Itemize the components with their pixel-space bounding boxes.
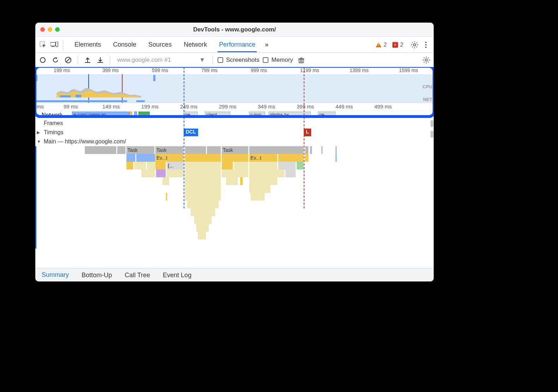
recording-selector[interactable]: www.google.com #1 ▼ [115,57,207,64]
network-track: ▶ Network e.com/ (www.go... ge... client… [35,111,434,119]
upload-profile-icon[interactable] [83,55,92,65]
load-badge[interactable]: L [304,129,311,136]
flame-task[interactable]: Task [155,146,184,154]
detail-ruler[interactable]: ms 99 ms 149 ms 199 ms 249 ms 299 ms 349… [35,103,434,111]
record-button[interactable] [38,55,47,65]
warnings-count: 2 [384,42,387,48]
disclosure-triangle-icon[interactable]: ▶ [37,130,42,135]
network-request[interactable] [129,112,132,118]
tab-console[interactable]: Console [112,37,138,52]
flame-evaluate[interactable]: Ev...t [155,154,184,162]
svg-line-10 [416,47,417,47]
clear-button[interactable] [64,55,73,65]
timeline-overview[interactable]: CPU NET [35,74,434,103]
memory-checkbox[interactable]: Memory [263,57,293,64]
network-request[interactable]: ghpba (w... [268,112,311,118]
network-request[interactable]: ge... [318,112,336,118]
kebab-menu-icon[interactable] [421,40,431,50]
scrollbar-thumb[interactable] [431,120,433,127]
capture-settings-icon[interactable] [422,55,431,65]
dcl-vertical-line [184,67,184,208]
flame-chart[interactable]: Task Task Task Ev...t [35,146,434,249]
disclosure-triangle-icon[interactable]: ▶ [35,112,40,117]
error-icon: × [392,42,398,48]
tab-elements[interactable]: Elements [73,37,102,52]
chevron-down-icon: ▼ [199,57,205,64]
network-track-label: Network [42,112,63,118]
overview-handle-left[interactable] [35,75,37,81]
svg-line-25 [428,58,429,58]
flame-task[interactable]: Task [222,146,249,154]
dcl-badge[interactable]: DCL [184,129,198,136]
overview-cpu-label: CPU [423,84,432,89]
recording-name: www.google.com #1 [117,57,171,64]
divider [110,56,110,64]
main-tab-bar: Elements Console Sources Network Perform… [35,37,434,53]
errors-indicator[interactable]: × 2 [392,42,403,48]
divider [78,56,78,64]
network-request[interactable]: client... [205,112,230,118]
garbage-collect-icon[interactable] [297,55,306,65]
tab-network[interactable]: Network [182,37,208,52]
device-toolbar-icon[interactable] [49,40,59,50]
tab-event-log[interactable]: Event Log [161,269,193,281]
tab-performance[interactable]: Performance [218,37,257,52]
tab-summary[interactable]: Summary [40,268,70,282]
svg-rect-2 [52,46,54,47]
divider [212,56,213,64]
network-request[interactable]: e.com/ (www.go... [72,112,129,118]
tab-call-tree[interactable]: Call Tree [123,269,152,281]
svg-point-18 [425,59,427,61]
devtools-window: DevTools - www.google.com/ Elements Cons… [35,23,434,281]
performance-panel: 199 ms 399 ms 599 ms 799 ms 999 ms 1199 … [35,67,434,281]
network-request[interactable]: ge... [184,112,198,118]
frames-track: Frames [35,119,434,128]
overview-ruler[interactable]: 199 ms 399 ms 599 ms 799 ms 999 ms 1199 … [35,67,434,74]
svg-point-14 [425,44,427,46]
divider [63,40,63,50]
svg-point-15 [425,47,427,48]
performance-toolbar: www.google.com #1 ▼ Screenshots Memory [35,53,434,67]
svg-line-24 [428,62,429,63]
overview-net-label: NET [423,97,432,102]
svg-rect-3 [56,42,58,47]
svg-line-23 [424,58,425,58]
settings-icon[interactable] [410,40,420,50]
disclosure-triangle-icon[interactable]: ▼ [37,139,42,144]
tab-bottom-up[interactable]: Bottom-Up [80,269,113,281]
warning-icon [376,42,381,47]
network-request[interactable]: v.goo [249,112,265,118]
reload-record-button[interactable] [51,55,60,65]
svg-point-13 [425,42,427,43]
zoom-window-button[interactable] [55,27,60,32]
warnings-indicator[interactable]: 2 [376,42,387,48]
timings-track-label: Timings [44,129,63,136]
overview-cpu-chart [57,84,141,97]
main-thread-track: ▼ Main — https://www.google.com/ Task Ta… [35,137,434,249]
svg-point-4 [414,43,416,46]
flame-anon[interactable]: (... [167,162,184,170]
flame-task[interactable]: Task [126,146,155,154]
load-vertical-line [304,67,304,208]
inspect-element-icon[interactable] [38,40,48,50]
network-request[interactable] [138,112,150,118]
svg-rect-1 [51,42,55,46]
tab-sources[interactable]: Sources [147,37,173,52]
frames-track-label: Frames [44,120,63,126]
overview-handle-right[interactable] [153,75,155,81]
svg-line-12 [412,47,413,47]
download-profile-icon[interactable] [96,55,105,65]
details-tabs: Summary Bottom-Up Call Tree Event Log [35,268,434,281]
scrollbar-thumb[interactable] [431,131,433,138]
network-request[interactable] [134,112,137,118]
more-tabs-icon[interactable]: » [262,40,272,50]
errors-count: 2 [400,42,403,48]
window-controls [35,27,60,32]
flame-evaluate[interactable]: Ev...t [249,154,278,162]
close-window-button[interactable] [40,27,45,32]
svg-line-11 [416,42,417,43]
screenshots-checkbox[interactable]: Screenshots [218,57,260,64]
minimize-window-button[interactable] [48,27,52,32]
title-bar: DevTools - www.google.com/ [35,23,434,37]
svg-line-17 [66,58,70,62]
